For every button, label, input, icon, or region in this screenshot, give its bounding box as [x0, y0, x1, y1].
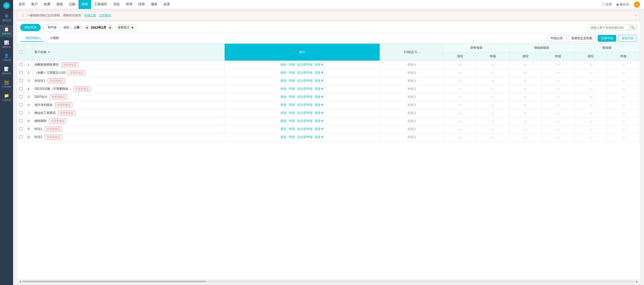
- row-op-zero-1[interactable]: 设为零申报: [297, 71, 312, 74]
- fullscreen-button[interactable]: ⛶ 全屏: [600, 2, 613, 7]
- row-op-zero-5[interactable]: 设为零申报: [297, 103, 312, 107]
- row-op-tax-1[interactable]: 税表: [280, 71, 287, 74]
- nav-billing[interactable]: 收费: [41, 0, 53, 9]
- select-all-checkbox[interactable]: [19, 50, 23, 54]
- row-status-badge-2[interactable]: 未更新核定: [48, 78, 65, 83]
- row-status-badge-8[interactable]: 未更新核定: [45, 127, 62, 131]
- row-op-tax-0[interactable]: 税表: [280, 63, 287, 66]
- row-op-tax-7[interactable]: 税表: [280, 119, 287, 123]
- row-op-tax-9[interactable]: 税表: [280, 135, 287, 139]
- nav-account[interactable]: 记账: [66, 0, 78, 9]
- vip-button[interactable]: ▶ 畅会员: [615, 2, 630, 7]
- row-op-more-0[interactable]: 更多▼: [315, 63, 324, 66]
- horizontal-scrollbar[interactable]: ◀ ▶: [17, 279, 640, 283]
- banner-close-icon[interactable]: ×: [635, 14, 637, 18]
- nav-client[interactable]: 客户: [28, 0, 41, 9]
- row-status-badge-1[interactable]: 未更新核定: [68, 70, 85, 75]
- declare-record-button[interactable]: 申报记录: [547, 35, 566, 42]
- nav-home[interactable]: 首页: [16, 0, 28, 9]
- update-data-button[interactable]: 更新统定及取数: [568, 35, 596, 42]
- date-prev-button[interactable]: ◀: [84, 25, 89, 30]
- row-op-more-4[interactable]: 更多▼: [315, 95, 324, 99]
- row-status-badge-5[interactable]: 未更新核定: [55, 103, 72, 107]
- row-op-zero-9[interactable]: 设为零申报: [297, 135, 312, 139]
- row-op-zero-8[interactable]: 设为零申报: [297, 127, 312, 131]
- row-status-badge-7[interactable]: 未更新核定: [49, 119, 66, 123]
- nav-message[interactable]: 消息: [110, 0, 123, 9]
- row-op-declare-7[interactable]: 申报: [289, 119, 295, 123]
- row-checkbox-1[interactable]: [19, 71, 23, 74]
- row-op-more-5[interactable]: 更多▼: [315, 103, 324, 107]
- sort-icon[interactable]: ▼: [48, 50, 51, 54]
- row-checkbox-7[interactable]: [19, 119, 23, 122]
- row-op-tax-5[interactable]: 税表: [280, 103, 287, 107]
- row-status-badge-9[interactable]: 未更新核定: [45, 135, 62, 139]
- row-op-tax-2[interactable]: 税表: [280, 79, 287, 82]
- row-checkbox-5[interactable]: [19, 103, 23, 106]
- tab-declare-button[interactable]: 税款申报: [20, 24, 41, 31]
- nav-business[interactable]: 工商项目: [91, 0, 110, 9]
- search-input[interactable]: [588, 25, 629, 30]
- row-op-tax-3[interactable]: 税表: [280, 87, 287, 90]
- row-op-more-9[interactable]: 更多▼: [315, 135, 324, 139]
- banner-link-buy[interactable]: 立即购买: [99, 13, 111, 18]
- row-status-badge-3[interactable]: 未更新核定: [73, 86, 91, 91]
- search-button[interactable]: 🔍: [629, 25, 637, 30]
- row-op-declare-0[interactable]: 申报: [289, 63, 295, 66]
- batch-declare-button[interactable]: 批量申报: [598, 35, 616, 42]
- nav-service[interactable]: 服务: [148, 0, 160, 9]
- nav-operation[interactable]: 经营: [135, 0, 148, 9]
- row-status-badge-0[interactable]: 未更新核定: [61, 62, 78, 67]
- row-op-zero-7[interactable]: 设为零申报: [297, 119, 312, 123]
- row-op-more-2[interactable]: 更多▼: [315, 79, 324, 82]
- tab-zero-button[interactable]: 零申报: [43, 24, 61, 31]
- row-op-tax-4[interactable]: 税表: [280, 95, 287, 99]
- row-op-tax-6[interactable]: 税表: [280, 111, 287, 115]
- sidebar-item-personal-tax[interactable]: 👤 个税申报: [0, 51, 13, 64]
- nav-manage[interactable]: 管理: [123, 0, 135, 9]
- scroll-left-arrow[interactable]: ◀: [18, 280, 22, 283]
- row-op-more-6[interactable]: 更多▼: [315, 111, 324, 115]
- nav-invoice[interactable]: 票据: [53, 0, 66, 9]
- row-op-zero-4[interactable]: 设为零申报: [297, 95, 312, 99]
- nav-settings[interactable]: 设置: [160, 0, 173, 9]
- row-op-zero-2[interactable]: 设为零申报: [297, 79, 312, 82]
- sidebar-item-tax-overview[interactable]: 📊 报税总览: [0, 38, 13, 51]
- row-op-declare-8[interactable]: 申报: [289, 127, 295, 131]
- row-op-declare-3[interactable]: 申报: [289, 87, 295, 90]
- row-op-more-7[interactable]: 更多▼: [315, 119, 324, 123]
- avatar[interactable]: U: [632, 1, 641, 8]
- row-status-badge-4[interactable]: 未更新核定: [50, 94, 67, 99]
- row-op-declare-2[interactable]: 申报: [289, 79, 295, 82]
- dept-select[interactable]: 全部员工 ▼: [115, 24, 136, 31]
- tab-small-scale[interactable]: 小规模: [47, 35, 62, 42]
- row-checkbox-4[interactable]: [19, 95, 23, 98]
- row-checkbox-3[interactable]: [19, 87, 23, 90]
- row-checkbox-8[interactable]: [19, 127, 23, 130]
- row-op-zero-3[interactable]: 设为零申报: [297, 87, 312, 90]
- row-op-more-1[interactable]: 更多▼: [315, 71, 324, 74]
- date-next-button[interactable]: ▶: [108, 25, 113, 30]
- row-op-more-8[interactable]: 更多▼: [315, 127, 324, 131]
- row-status-badge-6[interactable]: 未更新核定: [58, 111, 75, 115]
- sidebar-item-calc-clear[interactable]: 🧮 汇算清缴: [0, 78, 13, 90]
- banner-link-record[interactable]: 申报汇签: [84, 13, 96, 18]
- sidebar-item-tax-settings[interactable]: ⚙ 报税设置: [0, 12, 13, 24]
- sidebar-item-batch-tax[interactable]: 📋 批量报税: [0, 25, 13, 37]
- retrieve-receipt-button[interactable]: 收取回执: [618, 35, 637, 42]
- scroll-thumb[interactable]: [22, 281, 206, 282]
- tab-general-taxpayer[interactable]: 一般的纳税人: [20, 35, 44, 42]
- row-op-declare-4[interactable]: 申报: [289, 95, 295, 99]
- row-op-declare-1[interactable]: 申报: [289, 71, 295, 74]
- nav-tax[interactable]: 报税: [78, 0, 91, 9]
- row-op-declare-6[interactable]: 申报: [289, 111, 295, 115]
- row-checkbox-6[interactable]: [19, 111, 23, 114]
- row-checkbox-2[interactable]: [19, 79, 23, 82]
- row-op-declare-9[interactable]: 申报: [289, 135, 295, 139]
- row-op-declare-5[interactable]: 申报: [289, 103, 295, 107]
- row-op-tax-8[interactable]: 税表: [280, 127, 287, 131]
- row-op-zero-0[interactable]: 设为零申报: [297, 63, 312, 66]
- row-checkbox-0[interactable]: [19, 63, 23, 66]
- sidebar-item-tax-record[interactable]: 📝 报税记录: [0, 65, 13, 77]
- row-op-more-3[interactable]: 更多▼: [315, 87, 324, 90]
